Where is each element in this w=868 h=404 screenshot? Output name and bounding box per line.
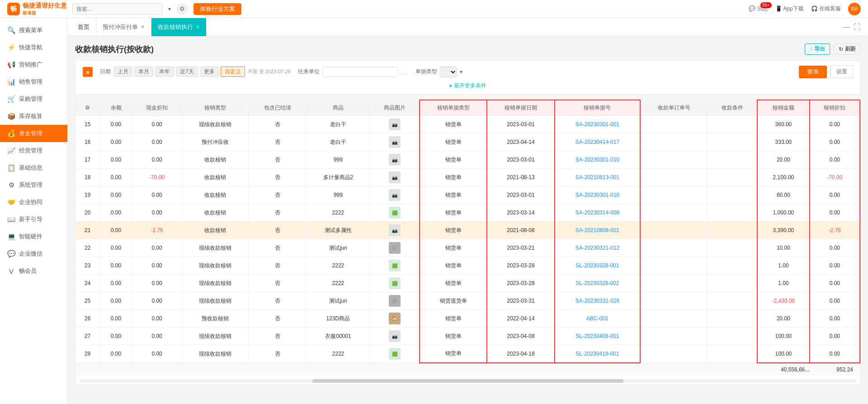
online-service-link[interactable]: 🎧 在线客服: [811, 5, 841, 13]
cell-product-img: 🟩: [370, 345, 420, 363]
sidebar-item-hardware[interactable]: 💻 智能硬件: [0, 228, 67, 245]
last-month-btn[interactable]: 上月: [113, 67, 132, 77]
sidebar-item-marketing[interactable]: 📢 营销推广: [0, 56, 67, 73]
cell-product: 2222: [307, 345, 369, 363]
cell-receipt-order-no: [640, 239, 708, 257]
col-header-cancel-discount: 核销折扣: [810, 100, 860, 116]
more-date-btn[interactable]: 更多: [200, 67, 219, 77]
sidebar-item-management[interactable]: 📈 经营管理: [0, 142, 67, 159]
cell-receipt-condition: [708, 257, 757, 275]
sidebar-label-nav: 快捷导航: [19, 43, 42, 52]
cell-cancel-discount: 0.00: [810, 345, 860, 363]
cell-cancel-discount: 0.00: [810, 151, 860, 169]
app-download-link[interactable]: 📱 App下载: [775, 5, 804, 13]
cell-cancel-no: SL-20230408-001: [555, 328, 641, 345]
cell-id: 16: [75, 133, 100, 151]
cancel-no-link[interactable]: SA-20230321-012: [576, 245, 619, 251]
cell-receipt-condition: [708, 222, 757, 239]
scroll-bar[interactable]: [79, 379, 857, 383]
cancel-no-link[interactable]: SA-20230301-001: [576, 121, 619, 128]
tab-prepay-close[interactable]: ✕: [141, 24, 145, 30]
sidebar-item-basic[interactable]: 📋 基础信息: [0, 159, 67, 176]
cancel-no-link[interactable]: SL-20230328-002: [576, 280, 619, 286]
cell-id: 27: [75, 328, 100, 345]
tab-expand-icon[interactable]: ⛶: [854, 23, 861, 31]
cell-cancel-amount: 2,100.00: [757, 169, 810, 186]
cell-receipt-order-no: [640, 116, 708, 133]
page-content: 收款核销执行(按收款) ↑ 导出 ↻ 刷新 » 日期: [68, 36, 868, 404]
sidebar-item-search[interactable]: 🔍 搜索菜单: [0, 22, 67, 39]
message-badge[interactable]: 💬 消息 99+: [749, 5, 768, 13]
sidebar-item-finance[interactable]: 💰 资金管理: [0, 125, 67, 142]
expand-filter-button[interactable]: »: [83, 67, 93, 77]
logo-icon: 畅: [7, 3, 20, 15]
cancel-no-link[interactable]: SA-20210808-001: [576, 227, 619, 233]
sidebar-item-quick-nav[interactable]: ⚡ 快捷导航: [0, 39, 67, 56]
this-month-btn[interactable]: 本月: [134, 67, 153, 77]
this-year-btn[interactable]: 本年: [155, 67, 174, 77]
last-7-days-btn[interactable]: 近7天: [176, 67, 198, 77]
product-image: 📷: [389, 154, 401, 166]
cancel-no-link[interactable]: SA-20230301-010: [576, 157, 619, 163]
cell-cash-discount: -70.00: [132, 169, 182, 186]
settings-button[interactable]: 设置: [830, 65, 853, 78]
cancel-no-link[interactable]: SA-20230301-010: [576, 192, 619, 198]
cell-receipt-order-no: [640, 257, 708, 275]
sidebar-item-member[interactable]: V 畅会员: [0, 262, 67, 280]
sidebar-item-wechat[interactable]: 💬 企业微信: [0, 245, 67, 262]
cell-cancel-no: ABC-001: [555, 310, 641, 328]
cancel-no-link[interactable]: SA-20210813-001: [576, 174, 619, 181]
finance-icon: 💰: [7, 129, 15, 138]
sidebar-label-purchase: 采购管理: [19, 95, 42, 103]
cell-product-img: 📷: [370, 116, 420, 133]
table-row: 24 0.00 0.00 现续收款核销 否 2222 🟩 销货单 2023-03…: [75, 275, 860, 292]
sidebar-item-collab[interactable]: 🤝 企业协同: [0, 194, 67, 211]
tab-receipt-label: 收款核销执行: [158, 23, 193, 31]
data-table: ⚙ 余额 现金折扣 核销类型 包含已结清 商品 商品图片 核销单据类型 核销单据…: [75, 100, 860, 363]
voucher-type-select[interactable]: [440, 67, 457, 77]
tab-prepay[interactable]: 预付冲应付单 ✕: [96, 18, 151, 36]
cell-cancel-discount: 0.00: [810, 133, 860, 151]
sidebar-item-inventory[interactable]: 📦 库存核算: [0, 108, 67, 125]
cancel-no-link[interactable]: SL-20230418-001: [576, 351, 619, 357]
cell-include-settled: 否: [249, 186, 307, 204]
export-button[interactable]: ↑ 导出: [805, 43, 830, 55]
from-unit-filter: 往来单位 ...: [298, 67, 408, 77]
cancel-no-link[interactable]: ABC-001: [586, 315, 609, 322]
sidebar-item-purchase[interactable]: 🛒 采购管理: [0, 90, 67, 108]
sidebar-item-guide[interactable]: 📖 新手引导: [0, 211, 67, 228]
expand-more-btn[interactable]: ▾ 展开更多条件: [449, 82, 486, 90]
top-dropdown[interactable]: ▾: [168, 6, 171, 12]
col-header-receipt-order-no: 收款单订单号: [640, 100, 708, 116]
cell-cancel-date: 2023-03-14: [487, 204, 554, 222]
query-button[interactable]: 查询: [799, 66, 827, 78]
tab-minimize-icon[interactable]: —: [843, 23, 850, 31]
sidebar-item-sales[interactable]: 📊 销售管理: [0, 73, 67, 90]
cancel-no-link[interactable]: SA-20230331-026: [576, 298, 619, 304]
cancel-no-link[interactable]: SL-20230328-001: [576, 262, 619, 269]
expand-arrow-icon: ▾: [449, 83, 452, 89]
product-image: 🖼: [389, 295, 401, 307]
sidebar-item-system[interactable]: ⚙ 系统管理: [0, 176, 67, 194]
cancel-no-link[interactable]: SA-20230314-008: [576, 209, 619, 216]
data-table-wrapper: ⚙ 余额 现金折扣 核销类型 包含已结清 商品 商品图片 核销单据类型 核销单据…: [75, 99, 861, 385]
tab-receipt-close[interactable]: ✕: [196, 24, 200, 30]
cell-balance: 0.00: [100, 186, 132, 204]
cancel-no-link[interactable]: SL-20230408-001: [576, 333, 619, 339]
refresh-button[interactable]: ↻ 刷新: [834, 43, 861, 55]
cell-product: 多计量商品2: [307, 169, 369, 186]
cell-receipt-condition: [708, 169, 757, 186]
cell-cancel-voucher-type: 销货单: [420, 222, 487, 239]
from-unit-input[interactable]: [322, 67, 398, 77]
gear-icon[interactable]: ⚙: [176, 3, 188, 15]
user-avatar[interactable]: Rit: [848, 3, 861, 15]
table-row: 16 0.00 0.00 预付冲应收 否 老白干 📷 销货单 2023-04-1…: [75, 133, 860, 151]
search-input[interactable]: [72, 3, 163, 15]
cancel-no-link[interactable]: SA-20230414-017: [576, 139, 619, 145]
solution-button[interactable]: 体验行业方案: [193, 3, 241, 15]
tab-receipt[interactable]: 收款核销执行 ✕: [151, 18, 207, 36]
sidebar-label-basic: 基础信息: [19, 164, 42, 172]
tab-home[interactable]: 首页: [71, 18, 96, 36]
custom-date-btn[interactable]: 自定义: [221, 67, 245, 77]
col-header-gear[interactable]: ⚙: [75, 100, 100, 116]
